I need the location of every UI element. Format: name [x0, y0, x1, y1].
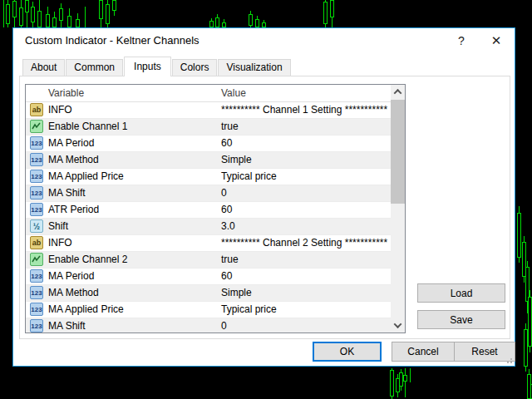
tab-inputs[interactable]: Inputs — [124, 57, 171, 76]
tab-about[interactable]: About — [22, 59, 65, 76]
variable-name: MA Shift — [48, 318, 86, 333]
table-row[interactable]: Enable Channel 1true — [26, 119, 391, 135]
table-row[interactable]: 123ATR Period60 — [26, 202, 391, 219]
variable-name: MA Period — [48, 268, 94, 283]
scroll-up-button[interactable] — [391, 85, 405, 99]
table-scrollbar[interactable] — [391, 85, 405, 332]
scroll-down-button[interactable] — [391, 318, 405, 332]
number-param-icon: 123 — [30, 286, 43, 299]
candlestick-wick — [85, 7, 86, 27]
candlestick-body — [99, 0, 103, 19]
dialog-title: Custom Indicator - Keltner Channels — [25, 34, 445, 47]
candlestick-body — [249, 14, 253, 26]
number-param-icon: 123 — [30, 319, 43, 332]
candlestick-body — [46, 14, 50, 27]
candlestick-body — [31, 7, 35, 22]
table-row[interactable]: 123MA MethodSimple — [26, 152, 391, 169]
candlestick-body — [215, 17, 219, 27]
candlestick-body — [330, 0, 334, 17]
table-row[interactable]: 123MA Applied PriceTypical price — [26, 302, 391, 318]
table-row[interactable]: abINFO********** Channel 1 Setting *****… — [26, 102, 391, 119]
variable-value[interactable]: true — [221, 252, 239, 267]
close-button[interactable]: ✕ — [478, 28, 515, 52]
tab-colors[interactable]: Colors — [172, 59, 218, 76]
variable-name: INFO — [48, 102, 72, 117]
variable-value[interactable]: 60 — [221, 268, 232, 283]
candlestick-body — [67, 16, 71, 27]
cancel-button[interactable]: Cancel — [392, 342, 455, 362]
candlestick-body — [255, 19, 259, 27]
title-bar: Custom Indicator - Keltner Channels ? ✕ — [13, 28, 515, 52]
candlestick-body — [524, 329, 528, 367]
variable-name: Enable Channel 1 — [48, 119, 127, 134]
table-row[interactable]: Enable Channel 2true — [26, 252, 391, 268]
candlestick-wick — [410, 368, 411, 382]
parameters-table: Variable Value abINFO********** Channel … — [25, 84, 406, 333]
variable-value[interactable]: Typical price — [221, 302, 277, 317]
chevron-down-icon — [394, 320, 402, 328]
candlestick-body — [517, 213, 521, 258]
variable-name: MA Shift — [48, 185, 86, 200]
table-body: abINFO********** Channel 1 Setting *****… — [26, 102, 391, 333]
variable-name: MA Applied Price — [48, 302, 124, 317]
variable-value[interactable]: ********** Channel 1 Setting *********** — [221, 102, 387, 117]
candlestick-body — [59, 8, 63, 21]
variable-value[interactable]: 60 — [221, 135, 232, 150]
number-param-icon: 123 — [30, 136, 43, 150]
number-param-icon: 123 — [30, 186, 43, 200]
variable-value[interactable]: true — [221, 119, 239, 134]
scrollbar-thumb[interactable] — [391, 100, 405, 204]
variable-value[interactable]: 60 — [221, 202, 232, 217]
number-param-icon: 123 — [30, 269, 43, 283]
variable-value[interactable]: Typical price — [221, 169, 277, 184]
help-button[interactable]: ? — [445, 28, 478, 52]
table-row[interactable]: ½Shift3.0 — [26, 219, 391, 235]
variable-name: Enable Channel 2 — [48, 252, 127, 267]
variable-value[interactable]: Simple — [221, 285, 252, 300]
candlestick-body — [25, 0, 29, 12]
candlestick-body — [76, 19, 80, 27]
resize-grip[interactable] — [504, 355, 512, 363]
candlestick-body — [209, 21, 214, 27]
table-row[interactable]: 123MA Applied PriceTypical price — [26, 169, 391, 185]
table-row[interactable]: 123MA Shift0 — [26, 318, 391, 333]
candlestick-wick — [3, 0, 4, 27]
variable-value[interactable]: ********** Channel 2 Setting *********** — [221, 235, 387, 250]
tab-common[interactable]: Common — [66, 59, 123, 76]
variable-name: MA Applied Price — [48, 169, 124, 184]
table-row[interactable]: 123MA Period60 — [26, 268, 391, 285]
column-header-variable[interactable]: Variable — [48, 85, 84, 101]
candlestick-wick — [405, 368, 406, 397]
custom-indicator-dialog: Custom Indicator - Keltner Channels ? ✕ … — [12, 27, 515, 367]
ok-button[interactable]: OK — [313, 342, 382, 362]
variable-value[interactable]: 3.0 — [221, 219, 235, 234]
candlestick-body — [12, 1, 17, 17]
number-param-icon: 123 — [30, 170, 43, 183]
number-param-icon: 123 — [30, 203, 43, 216]
table-row[interactable]: 123MA Shift0 — [26, 185, 391, 202]
save-button[interactable]: Save — [417, 310, 505, 329]
table-header: Variable Value — [26, 85, 405, 102]
candlestick-body — [6, 4, 10, 24]
candlestick-body — [37, 11, 42, 27]
table-row[interactable]: abINFO********** Channel 2 Setting *****… — [26, 235, 391, 252]
chevron-up-icon — [394, 89, 402, 97]
tab-visualization[interactable]: Visualization — [218, 59, 290, 76]
variable-value[interactable]: Simple — [221, 152, 252, 167]
table-row[interactable]: 123MA MethodSimple — [26, 285, 391, 302]
bool-param-icon — [30, 253, 43, 266]
variable-name: Shift — [48, 219, 68, 234]
variable-value[interactable]: 0 — [221, 318, 227, 333]
load-button[interactable]: Load — [417, 283, 505, 303]
candlestick-body — [19, 7, 23, 26]
variable-name: INFO — [48, 235, 72, 250]
bool-param-icon — [30, 120, 43, 133]
column-header-value[interactable]: Value — [221, 85, 246, 101]
table-row[interactable]: 123MA Period60 — [26, 135, 391, 152]
variable-name: MA Method — [48, 285, 99, 300]
candlestick-body — [403, 375, 407, 382]
fraction-param-icon: ½ — [30, 219, 43, 233]
string-param-icon: ab — [30, 236, 43, 249]
variable-value[interactable]: 0 — [221, 185, 227, 200]
candlestick-body — [323, 2, 328, 24]
